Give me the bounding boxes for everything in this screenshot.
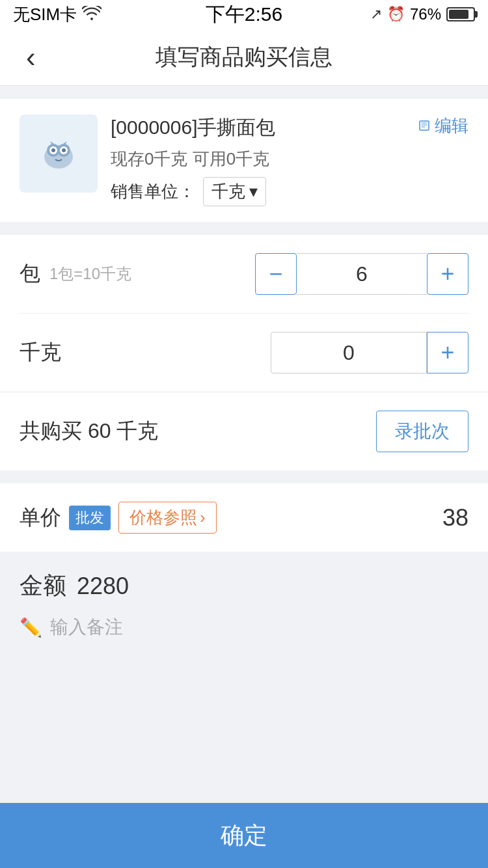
amount-row: 金额 2280 <box>20 570 468 602</box>
status-time: 下午2:56 <box>206 1 282 28</box>
status-left: 无SIM卡 <box>13 3 102 26</box>
price-left: 单价 批发 价格参照 › <box>20 502 217 534</box>
bao-label: 包 1包=10千克 <box>20 260 131 288</box>
product-info: [0000006]手撕面包 编辑 现存0千克 可用0千克 销售单位： 千克 ▾ <box>111 115 468 206</box>
product-unit-row: 销售单位： 千克 ▾ <box>111 177 468 206</box>
price-row: 单价 批发 价格参照 › 38 <box>20 502 468 534</box>
bao-row: 包 1包=10千克 − + <box>20 235 468 314</box>
remark-placeholder[interactable]: 输入备注 <box>50 615 123 640</box>
confirm-button[interactable]: 确定 <box>0 803 488 868</box>
bao-unit-label: 包 <box>20 260 40 288</box>
qianke-row: 千克 + <box>20 314 468 392</box>
price-ref-button[interactable]: 价格参照 › <box>118 502 217 534</box>
carrier-label: 无SIM卡 <box>13 3 77 26</box>
price-value: 38 <box>442 504 468 532</box>
amount-value: 2280 <box>77 573 129 600</box>
edit-label: 编辑 <box>435 115 468 137</box>
alarm-icon: ⏰ <box>387 6 405 23</box>
product-logo <box>36 131 81 176</box>
unit-value: 千克 <box>211 180 245 203</box>
chevron-right-icon: › <box>200 508 206 528</box>
product-card: [0000006]手撕面包 编辑 现存0千克 可用0千克 销售单位： 千克 ▾ <box>0 99 488 222</box>
qianke-label: 千克 <box>20 338 61 367</box>
chevron-down-icon: ▾ <box>249 182 258 202</box>
nav-bar: ‹ 填写商品购买信息 <box>0 29 488 86</box>
qianke-plus-button[interactable]: + <box>427 332 468 373</box>
total-label: 共购买 60 千克 <box>20 417 158 446</box>
wifi-icon <box>82 5 102 25</box>
unit-dropdown[interactable]: 千克 ▾ <box>203 177 266 206</box>
product-stock: 现存0千克 可用0千克 <box>111 148 468 170</box>
battery-icon <box>446 7 475 21</box>
amount-label: 金额 <box>20 570 66 602</box>
edit-button[interactable]: 编辑 <box>418 115 468 137</box>
status-bar: 无SIM卡 下午2:56 ↗ ⏰ 76% <box>0 0 488 29</box>
bao-sublabel: 1包=10千克 <box>49 264 131 284</box>
svg-rect-7 <box>420 121 429 130</box>
price-section: 单价 批发 价格参照 › 38 <box>0 483 488 552</box>
bao-minus-button[interactable]: − <box>255 253 297 295</box>
remark-row[interactable]: ✏️ 输入备注 <box>20 615 468 640</box>
back-button[interactable]: ‹ <box>20 34 42 80</box>
qianke-input-group: + <box>271 332 468 373</box>
bao-input[interactable] <box>297 253 427 295</box>
price-label: 单价 <box>20 504 61 532</box>
price-ref-label: 价格参照 <box>129 506 197 529</box>
battery-percent: 76% <box>410 5 441 23</box>
location-icon: ↗ <box>370 6 382 23</box>
batch-button[interactable]: 录批次 <box>376 411 468 452</box>
page-title: 填写商品购买信息 <box>156 42 332 72</box>
svg-point-6 <box>62 148 66 152</box>
qianke-input[interactable] <box>271 332 427 373</box>
qianke-unit-label: 千克 <box>20 338 61 367</box>
amount-section: 金额 2280 ✏️ 输入备注 <box>0 552 488 650</box>
bao-input-group: − + <box>255 253 468 295</box>
product-image <box>20 115 98 193</box>
status-right: ↗ ⏰ 76% <box>370 5 475 23</box>
price-tag: 批发 <box>69 506 111 530</box>
edit-icon <box>418 119 432 133</box>
confirm-label: 确定 <box>221 820 267 852</box>
quantity-section: 包 1包=10千克 − + 千克 + <box>0 235 488 392</box>
pencil-icon: ✏️ <box>20 617 42 638</box>
total-row: 共购买 60 千克 录批次 <box>0 392 488 470</box>
bao-plus-button[interactable]: + <box>427 253 468 295</box>
unit-label: 销售单位： <box>111 180 195 203</box>
svg-point-5 <box>51 148 55 152</box>
product-name: [0000006]手撕面包 <box>111 115 418 141</box>
